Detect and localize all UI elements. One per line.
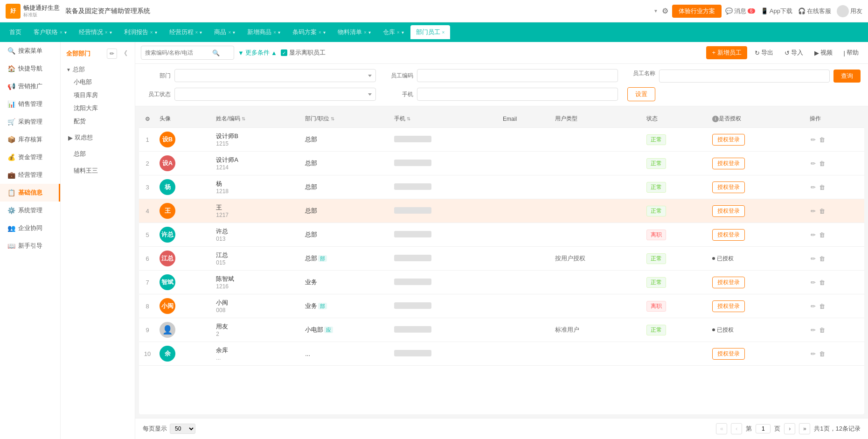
- dept-item-distribution[interactable]: 配货: [61, 115, 135, 128]
- set-button[interactable]: 设置: [627, 87, 655, 101]
- export-btn[interactable]: ↻ 导出: [751, 47, 777, 59]
- auth-login-btn[interactable]: 授权登录: [712, 205, 745, 217]
- tab-history[interactable]: 经营历程 ×▾: [164, 25, 208, 39]
- col-settings[interactable]: ⚙: [139, 110, 156, 128]
- page-first-btn[interactable]: «: [716, 423, 727, 434]
- show-resigned-toggle[interactable]: ✓ 显示离职员工: [281, 49, 326, 57]
- system-dropdown-arrow[interactable]: ▼: [653, 8, 658, 14]
- sidebar-item-finance[interactable]: 💰 资金管理: [0, 148, 60, 166]
- delete-btn[interactable]: 🗑: [818, 135, 826, 144]
- phone-input[interactable]: [417, 88, 618, 101]
- auth-login-btn[interactable]: 授权登录: [712, 181, 745, 193]
- sidebar-item-inventory[interactable]: 📦 库存核算: [0, 131, 60, 148]
- page-size-select[interactable]: 50 20 100: [170, 424, 195, 434]
- sidebar-item-basic-info[interactable]: 📋 基础信息: [0, 184, 60, 202]
- authorized-dot: [712, 257, 715, 260]
- sidebar-item-purchase[interactable]: 🛒 采购管理: [0, 113, 60, 131]
- edit-btn[interactable]: ✏: [810, 278, 817, 287]
- dept-all-label[interactable]: 全部部门: [66, 49, 105, 58]
- auth-login-btn[interactable]: 授权登录: [712, 277, 745, 288]
- gear-icon[interactable]: ⚙: [662, 7, 668, 15]
- edit-btn[interactable]: ✏: [810, 135, 817, 144]
- col-phone[interactable]: 手机 ⇅: [390, 110, 499, 128]
- auth-login-btn[interactable]: 授权登录: [712, 134, 745, 146]
- cell-operation: ✏ 🗑: [806, 342, 864, 366]
- page-last-btn[interactable]: »: [799, 423, 810, 434]
- delete-btn[interactable]: 🗑: [818, 349, 826, 358]
- edit-btn[interactable]: ✏: [810, 254, 817, 263]
- col-dept[interactable]: 部门/职位 ⇅: [301, 110, 390, 128]
- delete-btn[interactable]: 🗑: [818, 207, 826, 216]
- sidebar-item-collab[interactable]: 👥 企业协同: [0, 219, 60, 237]
- dept-subsection-header-shuang[interactable]: ▶ 双虑想: [61, 132, 135, 144]
- edit-btn[interactable]: ✏: [810, 183, 817, 192]
- import-btn[interactable]: ↺ 导入: [781, 47, 807, 59]
- auth-login-btn[interactable]: 授权登录: [712, 300, 745, 312]
- tab-employees[interactable]: 部门员工 ×: [410, 25, 451, 39]
- sidebar-item-search[interactable]: 🔍 搜索菜单: [0, 42, 60, 60]
- auth-login-btn[interactable]: 授权登录: [712, 158, 745, 169]
- dept-collapse-btn[interactable]: 《: [119, 49, 129, 59]
- dept-item-shenyang[interactable]: 沈阳大库: [61, 102, 135, 115]
- total-label: 共1页，12条记录: [814, 425, 861, 433]
- tab-customer[interactable]: 客户联络 ×▾: [28, 25, 72, 39]
- trial-button[interactable]: 体验行业方案: [672, 5, 722, 18]
- auth-login-btn[interactable]: 授权登录: [712, 348, 745, 360]
- tab-goods[interactable]: 商品 ×▾: [208, 25, 241, 39]
- page-prev-btn[interactable]: ‹: [731, 423, 742, 434]
- sidebar-item-guide[interactable]: 📖 新手引导: [0, 237, 60, 255]
- query-button[interactable]: 查询: [833, 70, 861, 83]
- tab-bom[interactable]: 物料清单 ×▾: [332, 25, 376, 39]
- sidebar-item-quicknav[interactable]: 🏠 快捷导航: [0, 60, 60, 77]
- delete-btn[interactable]: 🗑: [818, 230, 826, 239]
- dept-item-project[interactable]: 项目库房: [61, 89, 135, 102]
- tab-warehouse[interactable]: 仓库 ×▾: [377, 25, 410, 39]
- edit-btn[interactable]: ✏: [810, 230, 817, 239]
- edit-btn[interactable]: ✏: [810, 302, 817, 311]
- delete-btn[interactable]: 🗑: [818, 183, 826, 192]
- dept-item-xiaodian[interactable]: 小电部: [61, 76, 135, 89]
- search-icon[interactable]: 🔍: [212, 49, 220, 56]
- tab-operation[interactable]: 经营情况 ×▾: [73, 25, 118, 39]
- tab-barcode[interactable]: 条码方案 ×▾: [287, 25, 331, 39]
- dept-item-zongbu[interactable]: 总部: [61, 147, 135, 160]
- emp-name-input[interactable]: [659, 70, 830, 83]
- delete-btn[interactable]: 🗑: [818, 326, 826, 334]
- more-filter-btn[interactable]: ▼ 更多条件 ▲: [238, 49, 277, 57]
- status-select[interactable]: [174, 88, 376, 101]
- resigned-checkbox[interactable]: ✓: [281, 49, 287, 56]
- edit-btn[interactable]: ✏: [810, 159, 817, 168]
- app-download-btn[interactable]: 📱 App下载: [761, 7, 792, 15]
- sidebar-item-operation[interactable]: 💼 经营管理: [0, 166, 60, 184]
- auth-info-icon[interactable]: i: [712, 116, 719, 122]
- help-btn[interactable]: | 帮助: [840, 47, 862, 59]
- edit-btn[interactable]: ✏: [810, 326, 817, 334]
- dept-section-header-general[interactable]: ▼ 总部: [61, 63, 135, 76]
- sidebar-item-marketing[interactable]: 📢 营销推广: [0, 77, 60, 95]
- page-number-input[interactable]: [756, 424, 771, 433]
- add-employee-button[interactable]: + 新增员工: [706, 46, 747, 59]
- edit-btn[interactable]: ✏: [810, 207, 817, 216]
- online-service-btn[interactable]: 🎧 在线客服: [798, 7, 831, 15]
- tab-new-goods[interactable]: 新增商品 ×▾: [242, 25, 286, 39]
- message-btn[interactable]: 💬 消息 6: [725, 7, 755, 15]
- delete-btn[interactable]: 🗑: [818, 159, 826, 168]
- auth-login-btn[interactable]: 授权登录: [712, 229, 745, 241]
- delete-btn[interactable]: 🗑: [818, 278, 826, 287]
- dept-select[interactable]: [174, 69, 376, 82]
- sidebar-item-sales[interactable]: 📊 销售管理: [0, 95, 60, 113]
- dept-edit-btn[interactable]: ✏: [107, 49, 117, 59]
- view-btn[interactable]: ▶ 视频: [811, 47, 836, 59]
- tab-home[interactable]: 首页: [4, 25, 27, 39]
- delete-btn[interactable]: 🗑: [818, 254, 826, 263]
- edit-btn[interactable]: ✏: [810, 349, 817, 358]
- delete-btn[interactable]: 🗑: [818, 302, 826, 311]
- user-btn[interactable]: 用友: [837, 5, 862, 17]
- page-next-btn[interactable]: ›: [784, 423, 795, 434]
- col-name[interactable]: 姓名/编码 ⇅: [212, 110, 301, 128]
- tab-profit[interactable]: 利润报告 ×▾: [118, 25, 163, 39]
- sidebar-item-system[interactable]: ⚙️ 系统管理: [0, 202, 60, 219]
- search-input[interactable]: [145, 49, 210, 56]
- emp-code-input[interactable]: [417, 69, 618, 82]
- dept-item-fuzhu[interactable]: 辅料王三: [61, 164, 135, 177]
